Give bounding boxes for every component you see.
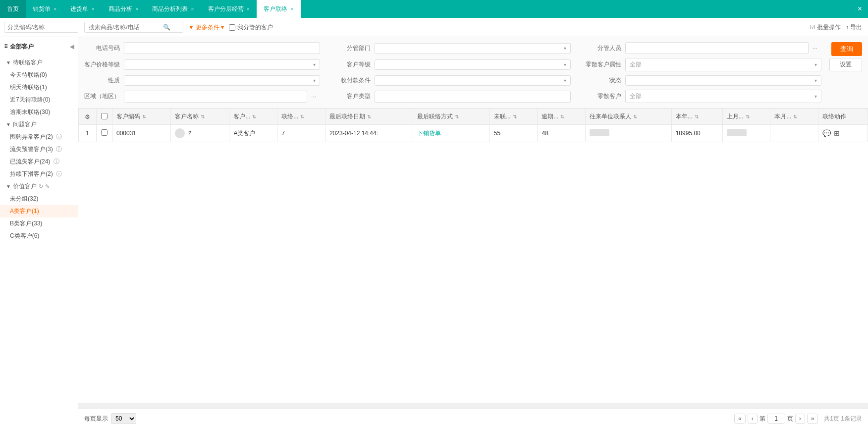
first-page-btn[interactable]: « bbox=[734, 414, 746, 424]
customer-name: ？ bbox=[187, 129, 193, 138]
settings-button[interactable]: 设置 bbox=[829, 58, 862, 71]
arrow-icon: ▼ bbox=[6, 60, 11, 65]
prev-page-btn[interactable]: ‹ bbox=[748, 414, 758, 424]
export-btn[interactable]: ↑ 导出 bbox=[846, 23, 862, 32]
sidebar-item-today-contact[interactable]: 今天待联络(0) bbox=[0, 69, 78, 81]
batch-action-btn[interactable]: ☑ 批量操作 bbox=[810, 23, 841, 32]
last-contact-way[interactable]: 下销货单 bbox=[417, 130, 441, 137]
row-grid-icon[interactable]: ⊞ bbox=[834, 129, 840, 137]
nav-customer-tier[interactable]: 客户分层经营 × bbox=[201, 0, 257, 18]
sidebar-all-customers-header[interactable]: ⠿ 全部客户 ◀ bbox=[0, 40, 78, 54]
page-nav: « ‹ 第 页 › » 共1页 1条记录 bbox=[734, 414, 862, 424]
close-sales-tab[interactable]: × bbox=[54, 6, 56, 12]
main-search-input[interactable] bbox=[89, 24, 163, 31]
sort-icon-unit[interactable]: ⇅ bbox=[633, 114, 637, 119]
main-layout: 🔍 ⠿ 全部客户 ◀ ▼ 待联络客户 今天待联络(0) 明天待联络(1) 近7天… bbox=[0, 18, 868, 428]
info-icon-2: ⓘ bbox=[56, 146, 62, 153]
close-purchase-tab[interactable]: × bbox=[91, 6, 94, 12]
sort-icon-code[interactable]: ⇅ bbox=[142, 114, 146, 119]
filter-region: 区域（地区） ··· bbox=[84, 91, 320, 103]
sidebar-search-area: 🔍 bbox=[0, 18, 78, 37]
sidebar-item-ungrouped[interactable]: 未分组(32) bbox=[0, 193, 78, 205]
refresh-icon[interactable]: ↻ bbox=[39, 183, 43, 190]
sidebar-item-b-class[interactable]: B类客户(33) bbox=[0, 217, 78, 230]
filter-price-select[interactable]: ▾ bbox=[124, 59, 320, 70]
filter-region-input[interactable] bbox=[124, 91, 307, 103]
sort-icon-year[interactable]: ⇅ bbox=[695, 114, 699, 119]
edit-icon[interactable]: ✎ bbox=[45, 183, 50, 190]
total-info: 共1页 1条记录 bbox=[824, 415, 862, 423]
sidebar-item-churned[interactable]: 已流失客户(24) ⓘ bbox=[0, 156, 78, 168]
close-customer-contact-tab[interactable]: × bbox=[290, 6, 293, 12]
sidebar-problem-customers-header[interactable]: ▼ 问题客户 bbox=[0, 118, 78, 131]
sort-icon-contact[interactable]: ⇅ bbox=[300, 114, 304, 119]
nav-home[interactable]: 首页 bbox=[0, 0, 26, 18]
next-page-btn[interactable]: › bbox=[795, 414, 805, 424]
sidebar-item-declining[interactable]: 持续下滑客户(2) ⓘ bbox=[0, 168, 78, 180]
filter-status-label: 状态 bbox=[586, 76, 625, 85]
filter-person-input[interactable] bbox=[625, 42, 809, 54]
filter-dept-select[interactable]: ▾ bbox=[375, 43, 571, 54]
sort-icon-overdue[interactable]: ⇅ bbox=[560, 114, 564, 119]
region-dots-btn[interactable]: ··· bbox=[307, 91, 320, 102]
person-dots-btn[interactable]: ··· bbox=[809, 43, 821, 54]
sort-icon-date[interactable]: ⇅ bbox=[367, 114, 371, 119]
search-button[interactable]: 查询 bbox=[831, 42, 862, 56]
th-last-contact-way: 最后联络方式 ⇅ bbox=[413, 109, 489, 125]
my-customer-check[interactable] bbox=[229, 24, 235, 31]
close-customer-tier-tab[interactable]: × bbox=[247, 6, 250, 12]
filter-payment-select[interactable]: ▾ bbox=[375, 75, 571, 86]
main-search-icon[interactable]: 🔍 bbox=[163, 24, 170, 31]
filter-nature-select[interactable]: ▾ bbox=[124, 75, 320, 86]
sidebar-value-customers-header[interactable]: ▼ 价值客户 ↻ ✎ bbox=[0, 180, 78, 193]
sort-icon-way[interactable]: ⇅ bbox=[455, 114, 459, 119]
sidebar-item-c-class[interactable]: C类客户(6) bbox=[0, 230, 78, 242]
scatter2-dropdown-icon: ▾ bbox=[814, 94, 817, 99]
filter-bar: 🔍 ▼ 更多条件 ▾ 我分管的客户 ☑ 批量操作 ↑ 导出 bbox=[78, 18, 868, 37]
per-page-label: 每页显示 bbox=[84, 415, 108, 423]
sidebar-item-7days-contact[interactable]: 近7天待联络(0) bbox=[0, 94, 78, 106]
nav-customer-contact[interactable]: 客户联络 × bbox=[257, 0, 300, 18]
nav-sales[interactable]: 销货单 × bbox=[26, 0, 63, 18]
filter-cust-level-select[interactable]: ▾ bbox=[375, 59, 571, 70]
per-page-select[interactable]: 50 100 200 bbox=[111, 413, 136, 424]
row-unit-contact-cell bbox=[586, 125, 671, 142]
nav-product-analysis[interactable]: 商品分析 × bbox=[102, 0, 145, 18]
row-chat-icon[interactable]: 💬 bbox=[822, 129, 831, 137]
filter-cust-type-input[interactable] bbox=[375, 91, 571, 103]
filter-scatter2-select[interactable]: 全部 ▾ bbox=[625, 90, 821, 103]
gear-icon[interactable]: ⚙ bbox=[85, 113, 90, 120]
row-checkbox[interactable] bbox=[101, 129, 108, 136]
sidebar-item-abnormal-purchase[interactable]: 囤购异常客户(2) ⓘ bbox=[0, 131, 78, 143]
close-all-tabs[interactable]: × bbox=[852, 4, 868, 13]
filter-phone-input[interactable] bbox=[124, 42, 320, 54]
sort-icon-last-month[interactable]: ⇅ bbox=[746, 114, 750, 119]
sort-icon-name[interactable]: ⇅ bbox=[201, 114, 205, 119]
sidebar-pending-contact-header[interactable]: ▼ 待联络客户 bbox=[0, 56, 78, 69]
last-page-btn[interactable]: » bbox=[807, 414, 818, 424]
arrow-icon-3: ▼ bbox=[6, 184, 11, 189]
sidebar-item-a-class[interactable]: A类客户(1) bbox=[0, 205, 78, 217]
page-input[interactable] bbox=[767, 414, 785, 424]
sidebar-item-tomorrow-contact[interactable]: 明天待联络(1) bbox=[0, 81, 78, 94]
sidebar-search-input[interactable] bbox=[4, 22, 78, 33]
horizontal-scrollbar[interactable] bbox=[78, 403, 868, 409]
sort-icon-type[interactable]: ⇅ bbox=[252, 114, 256, 119]
my-customer-checkbox[interactable]: 我分管的客户 bbox=[229, 23, 273, 32]
filter-scatter-select[interactable]: 全部 ▾ bbox=[625, 58, 821, 71]
nav-product-analysis-list[interactable]: 商品分析列表 × bbox=[145, 0, 201, 18]
filter-status-select[interactable]: ▾ bbox=[625, 75, 821, 86]
sort-icon-this-month[interactable]: ⇅ bbox=[793, 114, 797, 119]
page-label: 第 bbox=[760, 415, 765, 423]
select-all-checkbox[interactable] bbox=[101, 113, 108, 119]
sort-icon-not-contact[interactable]: ⇅ bbox=[513, 114, 517, 119]
sidebar-item-overdue-contact[interactable]: 逾期未联络(30) bbox=[0, 106, 78, 118]
nav-purchase[interactable]: 进货单 × bbox=[63, 0, 101, 18]
close-product-list-tab[interactable]: × bbox=[191, 6, 194, 12]
sidebar-item-churn-warning[interactable]: 流失预警客户(3) ⓘ bbox=[0, 143, 78, 156]
close-product-analysis-tab[interactable]: × bbox=[135, 6, 138, 12]
filter-price-label: 客户价格等级 bbox=[84, 60, 124, 69]
pagination-bar: 每页显示 50 100 200 « ‹ 第 页 › » 共1页 1条记录 bbox=[78, 409, 868, 428]
customer-code: 000031 bbox=[116, 130, 136, 137]
more-filter-btn[interactable]: ▼ 更多条件 ▾ bbox=[188, 23, 224, 32]
